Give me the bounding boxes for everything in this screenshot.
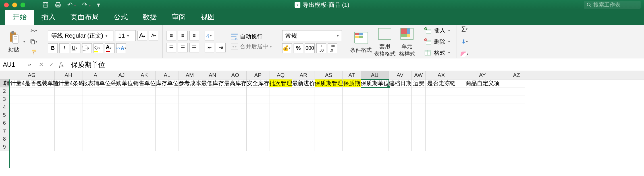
cell-AP1[interactable]: 安全库存 [247, 79, 269, 87]
cell-AX9[interactable] [426, 143, 457, 151]
cell-AU6[interactable] [361, 119, 389, 127]
formula-input[interactable] [68, 61, 644, 69]
cell-AT3[interactable] [343, 95, 361, 103]
tab-review[interactable]: 审阅 [164, 9, 193, 25]
font-color-button[interactable]: A▾ [105, 43, 115, 53]
spreadsheet-grid[interactable]: AGAHAIAJAKALAMANAOAPAQARASATAUAVAWAXAYAZ… [0, 71, 644, 168]
cell-AS8[interactable] [315, 135, 343, 143]
cell-AP6[interactable] [247, 119, 269, 127]
cell-AU1[interactable]: 保质期单位 [361, 79, 389, 87]
cell-AO2[interactable] [224, 87, 247, 95]
cell-AW1[interactable]: 运费 [412, 79, 426, 87]
align-top-button[interactable]: ≡ [167, 31, 176, 40]
cell-AL1[interactable]: 库存单位 [156, 79, 178, 87]
column-header-AO[interactable]: AO [224, 71, 247, 79]
align-middle-button[interactable]: ≡ [178, 31, 188, 40]
cell-AH5[interactable] [55, 111, 82, 119]
cell-AR1[interactable]: 最新进价 [292, 79, 315, 87]
cell-AI6[interactable] [82, 119, 110, 127]
cell-AO1[interactable]: 最高库存 [224, 79, 247, 87]
cell-AS3[interactable] [315, 95, 343, 103]
cell-AO3[interactable] [224, 95, 247, 103]
column-header-AJ[interactable]: AJ [110, 71, 133, 79]
cell-AH8[interactable] [55, 135, 82, 143]
cell-AH2[interactable] [55, 87, 82, 95]
cell-AH4[interactable] [55, 103, 82, 111]
cell-AH1[interactable]: 辅计量4条码 [55, 79, 82, 87]
name-box-spinner[interactable]: ▴▾ [28, 63, 31, 66]
cell-AQ3[interactable] [269, 95, 292, 103]
clear-button[interactable]: ▾ [460, 50, 471, 58]
cell-AQ9[interactable] [269, 143, 292, 151]
cell-AG7[interactable] [9, 127, 55, 135]
column-header-AK[interactable]: AK [133, 71, 156, 79]
cell-AW6[interactable] [412, 119, 426, 127]
increase-indent-button[interactable]: ⇥ [216, 43, 226, 52]
cell-AM4[interactable] [178, 103, 201, 111]
cell-AU3[interactable] [361, 95, 389, 103]
print-icon[interactable] [55, 2, 61, 8]
cell-AJ6[interactable] [110, 119, 133, 127]
cell-AP2[interactable] [247, 87, 269, 95]
paste-button[interactable] [6, 30, 21, 46]
cell-AM3[interactable] [178, 95, 201, 103]
cell-AJ4[interactable] [110, 103, 133, 111]
cell-AK1[interactable]: 销售单位 [133, 79, 156, 87]
font-size-combo[interactable]: 11 ▾ [115, 30, 136, 41]
cell-AR3[interactable] [292, 95, 315, 103]
cell-AS2[interactable] [315, 87, 343, 95]
cell-AW8[interactable] [412, 135, 426, 143]
cell-AO7[interactable] [224, 127, 247, 135]
cell-AN4[interactable] [201, 103, 224, 111]
name-box[interactable]: AU1 ▴▾ [0, 58, 34, 71]
cell-AY3[interactable] [457, 95, 508, 103]
phonetic-button[interactable]: abcA▾ [116, 43, 126, 53]
cell-AZ1[interactable] [508, 79, 525, 87]
cell-AY9[interactable] [457, 143, 508, 151]
cell-AX4[interactable] [426, 103, 457, 111]
cell-AL5[interactable] [156, 111, 178, 119]
cell-AM2[interactable] [178, 87, 201, 95]
cell-AR6[interactable] [292, 119, 315, 127]
cell-AP8[interactable] [247, 135, 269, 143]
cell-AG1[interactable]: 辅计量4是否包装单位 [9, 79, 55, 87]
cancel-formula-button[interactable]: ✕ [39, 61, 44, 68]
row-header-5[interactable]: 5 [0, 111, 9, 119]
cell-AU7[interactable] [361, 127, 389, 135]
cell-AS4[interactable] [315, 103, 343, 111]
cell-AT7[interactable] [343, 127, 361, 135]
cell-AI2[interactable] [82, 87, 110, 95]
cell-styles-button[interactable]: 单元 格样式 [398, 26, 416, 58]
sheet-search-input[interactable] [593, 2, 633, 8]
cell-AV6[interactable] [389, 119, 412, 127]
cell-AP5[interactable] [247, 111, 269, 119]
cell-AK7[interactable] [133, 127, 156, 135]
cell-AP3[interactable] [247, 95, 269, 103]
column-header-AG[interactable]: AG [9, 71, 55, 79]
cell-AY7[interactable] [457, 127, 508, 135]
cell-AN3[interactable] [201, 95, 224, 103]
cell-AO8[interactable] [224, 135, 247, 143]
cell-AX2[interactable] [426, 87, 457, 95]
cell-AP4[interactable] [247, 103, 269, 111]
cut-button[interactable]: ✂▾ [30, 26, 40, 35]
cell-AQ4[interactable] [269, 103, 292, 111]
insert-function-button[interactable]: fx [59, 61, 64, 68]
cell-AG3[interactable] [9, 95, 55, 103]
cell-AY4[interactable] [457, 103, 508, 111]
cell-AJ7[interactable] [110, 127, 133, 135]
column-header-AN[interactable]: AN [201, 71, 224, 79]
cell-AO6[interactable] [224, 119, 247, 127]
format-as-table-button[interactable]: 套用 表格格式 [374, 26, 396, 58]
cell-AM7[interactable] [178, 127, 201, 135]
cell-AR7[interactable] [292, 127, 315, 135]
cell-AG5[interactable] [9, 111, 55, 119]
cell-AI8[interactable] [82, 135, 110, 143]
align-center-button[interactable]: ☰ [178, 43, 188, 52]
cell-AZ2[interactable] [508, 87, 525, 95]
cell-AW2[interactable] [412, 87, 426, 95]
cell-AL3[interactable] [156, 95, 178, 103]
cell-AY5[interactable] [457, 111, 508, 119]
row-header-3[interactable]: 3 [0, 95, 9, 103]
tab-home[interactable]: 开始 [5, 9, 34, 25]
